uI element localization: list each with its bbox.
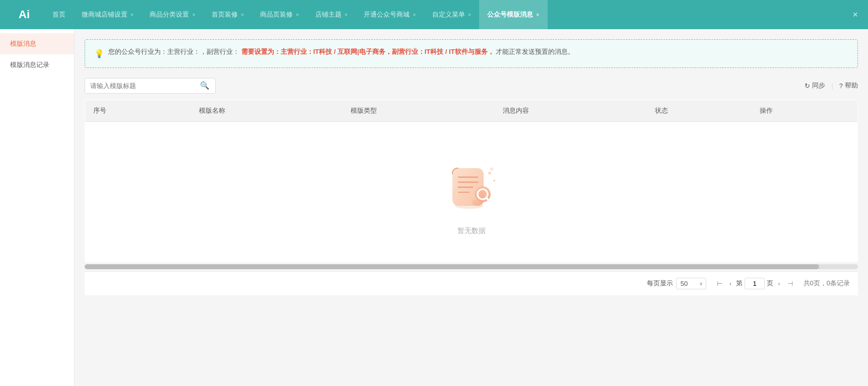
svg-point-9 bbox=[488, 172, 491, 175]
nav-tab-category-settings[interactable]: 商品分类设置× bbox=[142, 0, 203, 29]
col-header-action: 操作 bbox=[752, 100, 857, 121]
notice-box: 💡 您的公众号行业为：主营行业：，副营行业： 需要设置为：主营行业：IT科技 /… bbox=[85, 39, 858, 68]
nav-tab-open-wechat-mall[interactable]: 开通公众号商城× bbox=[356, 0, 424, 29]
main-layout: 模版消息模版消息记录 💡 您的公众号行业为：主营行业：，副营行业： 需要设置为：… bbox=[0, 29, 868, 386]
table-body: 暂无数据 bbox=[85, 121, 858, 262]
notice-highlight: 需要设置为：主营行业：IT科技 / 互联网|电子商务，副营行业：IT科技 / I… bbox=[241, 48, 494, 55]
sync-label: 同步 bbox=[812, 81, 825, 90]
per-page-dropdown[interactable]: 50 ∨ bbox=[676, 278, 706, 289]
svg-point-10 bbox=[493, 180, 495, 182]
sidebar-item-template-msg-record[interactable]: 模版消息记录 bbox=[0, 54, 74, 75]
first-page-button[interactable]: ⊢ bbox=[714, 279, 725, 288]
top-navbar: Ai 首页微商城店铺设置×商品分类设置×首页装修×商品页装修×店铺主题×开通公众… bbox=[0, 0, 868, 29]
per-page-value: 50 bbox=[681, 280, 688, 287]
nav-tab-store-settings[interactable]: 微商城店铺设置× bbox=[74, 0, 142, 29]
per-page-select: 每页显示 50 ∨ bbox=[647, 278, 706, 289]
nav-tab-product-decor[interactable]: 商品页装修× bbox=[252, 0, 307, 29]
help-icon: ? bbox=[839, 82, 843, 90]
horizontal-scrollbar[interactable] bbox=[85, 264, 858, 269]
col-header-name: 模版名称 bbox=[191, 100, 343, 121]
close-tab-store-theme-button[interactable]: × bbox=[345, 12, 348, 18]
sidebar-item-template-msg[interactable]: 模版消息 bbox=[0, 33, 74, 54]
search-input-wrap[interactable]: 🔍 bbox=[85, 78, 216, 94]
scroll-thumb[interactable] bbox=[85, 264, 819, 269]
per-page-label: 每页显示 bbox=[647, 279, 673, 288]
close-tab-open-wechat-mall-button[interactable]: × bbox=[413, 12, 416, 18]
nav-tab-template-msg[interactable]: 公众号模版消息× bbox=[479, 0, 547, 29]
table-container: 序号模版名称模版类型消息内容状态操作 bbox=[85, 100, 858, 262]
close-tab-category-settings-button[interactable]: × bbox=[192, 12, 195, 18]
notice-text: 您的公众号行业为：主营行业：，副营行业： 需要设置为：主营行业：IT科技 / 互… bbox=[108, 47, 574, 57]
col-header-content: 消息内容 bbox=[495, 100, 647, 121]
help-label: 帮助 bbox=[845, 81, 858, 90]
page-input[interactable] bbox=[745, 278, 765, 289]
sync-button[interactable]: ↻ 同步 bbox=[805, 81, 825, 90]
nav-tab-store-theme[interactable]: 店铺主题× bbox=[307, 0, 356, 29]
search-icon: 🔍 bbox=[200, 81, 210, 90]
last-page-button[interactable]: ⊣ bbox=[785, 279, 795, 288]
total-info: 共0页，0条记录 bbox=[804, 279, 850, 288]
app-logo: Ai bbox=[4, 0, 44, 29]
col-header-status: 状态 bbox=[647, 100, 752, 121]
page-unit: 页 bbox=[767, 279, 773, 288]
search-button[interactable]: 🔍 bbox=[196, 81, 214, 90]
table-header-row: 序号模版名称模版类型消息内容状态操作 bbox=[85, 100, 858, 121]
empty-state: 暂无数据 bbox=[93, 128, 849, 256]
toolbar-divider: | bbox=[831, 82, 833, 90]
prev-page-button[interactable]: ‹ bbox=[727, 279, 734, 288]
next-page-button[interactable]: › bbox=[775, 279, 782, 288]
close-tab-store-settings-button[interactable]: × bbox=[130, 12, 133, 18]
col-header-seq: 序号 bbox=[85, 100, 191, 121]
close-tab-custom-menu-button[interactable]: × bbox=[468, 12, 471, 18]
empty-text: 暂无数据 bbox=[457, 226, 486, 236]
data-table: 序号模版名称模版类型消息内容状态操作 bbox=[85, 100, 858, 262]
empty-state-row: 暂无数据 bbox=[85, 121, 858, 262]
page-nav: ⊢ ‹ 第 页 › ⊣ bbox=[714, 278, 795, 289]
search-bar: 🔍 ↻ 同步 | ? 帮助 bbox=[85, 78, 858, 94]
toolbar-right: ↻ 同步 | ? 帮助 bbox=[805, 81, 858, 90]
sync-icon: ↻ bbox=[805, 82, 810, 90]
nav-tab-home-decor[interactable]: 首页装修× bbox=[204, 0, 252, 29]
pagination: 每页显示 50 ∨ ⊢ ‹ 第 页 › ⊣ 共0页，0条记录 bbox=[85, 271, 858, 295]
nav-tabs: 首页微商城店铺设置×商品分类设置×首页装修×商品页装修×店铺主题×开通公众号商城… bbox=[44, 0, 846, 29]
empty-illustration bbox=[441, 158, 502, 218]
close-tab-product-decor-button[interactable]: × bbox=[296, 12, 299, 18]
empty-state-cell: 暂无数据 bbox=[85, 121, 858, 262]
close-tab-home-decor-button[interactable]: × bbox=[241, 12, 244, 18]
col-header-type: 模版类型 bbox=[343, 100, 495, 121]
table-head: 序号模版名称模版类型消息内容状态操作 bbox=[85, 100, 858, 121]
notice-icon: 💡 bbox=[94, 47, 104, 60]
chevron-down-icon: ∨ bbox=[699, 281, 703, 286]
nav-tab-home[interactable]: 首页 bbox=[44, 0, 74, 29]
content-area: 💡 您的公众号行业为：主营行业：，副营行业： 需要设置为：主营行业：IT科技 /… bbox=[75, 29, 868, 386]
close-all-tabs-button[interactable]: × bbox=[846, 10, 864, 20]
close-tab-template-msg-button[interactable]: × bbox=[536, 12, 539, 18]
nav-tab-custom-menu[interactable]: 自定义菜单× bbox=[424, 0, 479, 29]
page-label: 第 bbox=[736, 279, 743, 288]
search-input[interactable] bbox=[85, 79, 196, 93]
sidebar: 模版消息模版消息记录 bbox=[0, 29, 75, 386]
help-button[interactable]: ? 帮助 bbox=[839, 81, 858, 90]
